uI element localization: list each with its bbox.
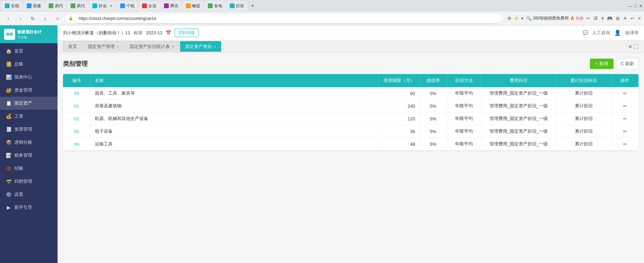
translate-icon[interactable]: 译 (593, 15, 598, 22)
tab-close-btn[interactable]: ✕ (110, 4, 113, 8)
tab-label: 新建 (33, 3, 41, 9)
back-button[interactable]: ‹ (3, 14, 13, 23)
browser-tab-t11[interactable]: 目前 (226, 1, 248, 11)
page-tab-category[interactable]: 固定资产类别 × (180, 41, 221, 52)
browser-tab-t2[interactable]: 新建 (23, 1, 45, 11)
browser-action-area: ✂ 译 ¥ 🎮 ⊞ ☀ ↩ ≡ (586, 15, 641, 22)
browser-tab-t8[interactable]: 腾讯 (161, 1, 182, 11)
sidebar: 畅捷 畅捷通好会计 专业版 🏠 首页 📒 总账 📊 报表中心 🔐 资金管 (0, 25, 58, 263)
tab-label: 好会 (99, 3, 107, 9)
scissors-icon[interactable]: ✂ (586, 16, 590, 21)
logo-sub-text: 专业版 (17, 35, 42, 40)
wallet-icon[interactable]: ¥ (601, 16, 604, 21)
invoice-icon: 🧾 (5, 126, 12, 132)
header-right: 💬 人工咨询 👤 徐泽华 (583, 29, 639, 36)
page-tab-home[interactable]: 首页 (63, 41, 82, 52)
search-label: 360智能抠图免费用 (533, 15, 569, 21)
bookmark-button[interactable]: ☆ (53, 14, 62, 23)
app-header: 刘小艳演示帐套（勿删勿动！）11 账期 2023-12 📅 切到旧版 💬 人工咨… (58, 25, 644, 40)
forward-button[interactable]: › (16, 14, 25, 23)
sidebar-nav: 🏠 首页 📒 总账 📊 报表中心 🔐 资金管理 📋 固定资产 💰 工资 (0, 43, 58, 263)
sidebar-item-label: 结账 (14, 165, 23, 171)
cell-action: ✏ (611, 87, 639, 100)
cell-depreciation: 累计折旧 (556, 87, 611, 100)
favicon-icon (5, 3, 10, 8)
tab-close-icon[interactable]: × (214, 45, 216, 49)
sidebar-item-invoice[interactable]: 🧾 发票管理 (0, 123, 58, 136)
calendar-icon[interactable]: 📅 (166, 30, 171, 35)
tab-label: 易代 (77, 3, 85, 9)
favicon-icon (49, 3, 53, 8)
sidebar-item-close[interactable]: 💼 结账 (0, 162, 58, 175)
code-link[interactable]: 01 (74, 104, 79, 109)
tab-close-icon[interactable]: × (117, 45, 119, 49)
code-link[interactable]: 04 (74, 142, 79, 147)
minimize-icon[interactable]: — (628, 3, 632, 9)
close-tab-icon[interactable]: ✕ (628, 44, 632, 49)
browser-tab-t5[interactable]: 好会 ✕ (89, 1, 116, 11)
sidebar-item-salary[interactable]: 💰 工资 (0, 110, 58, 123)
table-row: 03 器具、工具、家具等 60 5% 年限平均 管理费用_固定资产折旧_一级 累… (63, 87, 639, 100)
add-button[interactable]: + 新增 (590, 59, 614, 69)
sidebar-item-tax[interactable]: 📝 税务管理 (0, 149, 58, 162)
refresh-button[interactable]: C 刷新 (616, 58, 639, 69)
browser-tab-t10[interactable]: 各地 (204, 1, 226, 11)
browser-tab-t1[interactable]: 在线 (1, 1, 23, 11)
browser-tab-t7[interactable]: 企业 (139, 1, 160, 11)
dropdown-icon[interactable]: ▾ (521, 16, 523, 21)
page-tab-depreciation[interactable]: 固定资产折旧统计表 × (125, 41, 179, 52)
cell-name: 器具、工具、家具等 (90, 87, 378, 100)
games-icon[interactable]: 🎮 (607, 16, 613, 21)
address-input[interactable] (75, 14, 498, 23)
support-label[interactable]: 人工咨询 (592, 30, 610, 36)
sidebar-item-guide[interactable]: ▶ 新手引导 (0, 201, 58, 214)
sidebar-item-archive[interactable]: 🗃️ 归档管理 (0, 175, 58, 188)
favicon-icon (164, 3, 169, 8)
sidebar-item-reports[interactable]: 📊 报表中心 (0, 71, 58, 84)
menu-icon[interactable]: ≡ (638, 16, 641, 21)
sidebar-item-inventory[interactable]: 📦 进销台账 (0, 136, 58, 149)
edit-button[interactable]: ✏ (623, 116, 627, 121)
code-link[interactable]: 03 (74, 91, 79, 96)
browser-tab-t9[interactable]: 畅提 (182, 1, 204, 11)
user-name[interactable]: 徐泽华 (625, 30, 639, 36)
new-tab-button[interactable]: + (248, 1, 257, 10)
home-button[interactable]: ⌂ (40, 14, 50, 23)
sidebar-item-fixed-assets[interactable]: 📋 固定资产 (0, 97, 58, 110)
edit-button[interactable]: ✏ (623, 104, 627, 109)
switch-version-button[interactable]: 切到旧版 (175, 28, 199, 37)
tab-label: 固定资产管理 (88, 44, 115, 50)
browser-tab-t4[interactable]: 易代 (67, 1, 88, 11)
reports-icon: 📊 (5, 74, 12, 80)
sidebar-item-home[interactable]: 🏠 首页 (0, 45, 58, 58)
logo-icon: 畅捷 (4, 29, 15, 40)
tab-close-icon[interactable]: × (172, 45, 174, 49)
sidebar-item-funds[interactable]: 🔐 资金管理 (0, 84, 58, 97)
tab-label: 企业 (148, 3, 156, 9)
sun-icon[interactable]: ☀ (623, 16, 627, 21)
close-window-icon[interactable]: ✕ (639, 3, 643, 9)
refresh-button[interactable]: ↻ (28, 14, 38, 23)
browser-tab-t6[interactable]: 个税 (117, 1, 138, 11)
page-tab-fixed-mgmt[interactable]: 固定资产管理 × (83, 41, 124, 52)
maximize-icon[interactable]: □ (634, 3, 637, 9)
screen-icon: ⚙ (507, 16, 512, 21)
edit-button[interactable]: ✏ (623, 129, 627, 134)
cell-months: 60 (378, 87, 419, 100)
browser-tab-t3[interactable]: 易代 (45, 1, 66, 11)
edit-button[interactable]: ✏ (623, 142, 627, 147)
cell-rate: 5% (419, 125, 447, 138)
hot-search-label: 🔥 热搜 (570, 16, 583, 21)
grid-icon[interactable]: ⊞ (616, 16, 620, 21)
sidebar-logo: 畅捷 畅捷通好会计 专业版 (0, 25, 58, 43)
sidebar-item-settings[interactable]: ⚙️ 设置 (0, 188, 58, 201)
period-label: 账期 (134, 30, 142, 36)
cell-method: 年限平均 (447, 138, 481, 151)
sidebar-item-ledger[interactable]: 📒 总账 (0, 58, 58, 71)
th-expense: 费用科目 (481, 74, 556, 87)
undo-icon[interactable]: ↩ (631, 16, 634, 21)
code-link[interactable]: 02 (74, 116, 79, 121)
edit-button[interactable]: ✏ (623, 91, 627, 96)
expand-tab-icon[interactable]: ⛶ (634, 44, 639, 49)
code-link[interactable]: 05 (74, 129, 79, 134)
